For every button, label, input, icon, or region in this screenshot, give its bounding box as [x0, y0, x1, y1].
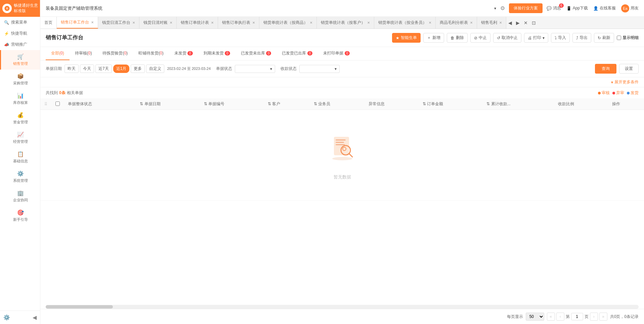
- sidebar-item-guide[interactable]: 🎯 新手引导: [0, 206, 40, 226]
- delete-btn[interactable]: 🗑 删除: [447, 33, 468, 43]
- filter-tab-wangpu[interactable]: 旺铺待发货(0): [133, 47, 169, 60]
- th-date[interactable]: ⇅ 单据日期: [136, 98, 200, 110]
- tab-cash-reconcile[interactable]: 钱货日清对账 ✕: [139, 17, 177, 29]
- tab-gross-margin[interactable]: 商品毛利分析表 ✕: [436, 17, 477, 29]
- sidebar-item-finance[interactable]: 💰 资金管理: [0, 109, 40, 128]
- tab-sales-summary-staff-close[interactable]: ✕: [429, 21, 431, 25]
- expand-conditions-btn[interactable]: ▾ 展开更多条件: [611, 79, 639, 85]
- sidebar-item-system[interactable]: ⚙️ 系统管理: [0, 167, 40, 187]
- filter-tab-pending-review[interactable]: 待审核(0): [70, 47, 97, 60]
- tab-gross-margin-close[interactable]: ✕: [470, 21, 473, 25]
- sidebar-item-purchase[interactable]: 📦 采购管理: [0, 70, 40, 89]
- print-btn[interactable]: 🖨 打印 ▾: [524, 33, 548, 43]
- date-btn-yesterday[interactable]: 昨天: [65, 65, 79, 73]
- filter-tab-shipped-stored[interactable]: 已发货已出库 0: [276, 47, 318, 60]
- th-amount[interactable]: ⇅ 订单金额: [419, 98, 482, 110]
- industry-btn[interactable]: 体验行业方案: [509, 3, 543, 13]
- settings-gear-icon[interactable]: ⚙️: [3, 314, 10, 321]
- sidebar-search[interactable]: 🔍 搜索菜单: [0, 17, 40, 28]
- tab-sales-workbench-close[interactable]: ✕: [91, 21, 94, 24]
- th-customer[interactable]: ⇅ 客户: [264, 98, 310, 110]
- scrollbar-thumb[interactable]: [46, 305, 113, 309]
- cancel-review-action[interactable]: 弃审: [612, 90, 624, 96]
- tab-cash-daily-close[interactable]: ✕: [132, 21, 135, 25]
- query-btn[interactable]: 查询: [595, 64, 616, 74]
- date-btn-1month[interactable]: 近1月: [113, 65, 130, 73]
- tab-close-all[interactable]: ✕: [522, 17, 530, 29]
- filter-tab-all[interactable]: 全部(0): [46, 47, 70, 60]
- system-dropdown[interactable]: ▾: [494, 6, 496, 11]
- topbar-gear-icon[interactable]: ⚙: [500, 5, 505, 11]
- import-btn[interactable]: ⤵ 导入: [551, 33, 570, 43]
- th-collected[interactable]: ⇅ 累计收款...: [482, 98, 554, 110]
- tab-sales-summary-customer[interactable]: 销货单统计表（按客户） ✕: [317, 17, 374, 29]
- collapse-icon[interactable]: ◀: [33, 314, 37, 321]
- tab-next[interactable]: ▶: [514, 17, 522, 29]
- add-btn[interactable]: ＋ 新增: [423, 33, 444, 43]
- sidebar-promo[interactable]: 📣 营销推广: [0, 39, 40, 50]
- sidebar-item-basic[interactable]: 📋 基础信息: [0, 148, 40, 167]
- sidebar-item-corp[interactable]: 🏢 企业协同: [0, 187, 40, 206]
- filter-tab-shipped-not-stored[interactable]: 已发货未出库 0: [235, 47, 277, 60]
- tab-cash-daily[interactable]: 钱货日清工作台 ✕: [98, 17, 139, 29]
- ship-action[interactable]: 发货: [627, 90, 639, 96]
- tab-sales-workbench[interactable]: 销售订单工作台 ✕: [57, 17, 98, 29]
- tab-expand[interactable]: ⊡: [530, 17, 538, 29]
- sidebar-quick-nav[interactable]: ⚡ 快捷导航: [0, 28, 40, 39]
- tab-sales-more-close[interactable]: ✕: [499, 21, 502, 25]
- refresh-btn[interactable]: ↻ 刷新: [594, 33, 614, 43]
- smart-create-btn[interactable]: ★ 智能生单: [392, 33, 421, 43]
- date-btn-custom[interactable]: 自定义: [146, 65, 164, 73]
- page-next-btn[interactable]: ›: [590, 313, 598, 321]
- online-service-btn[interactable]: 👤 在线客服: [593, 5, 616, 11]
- tab-sales-summary-staff[interactable]: 销货单统计表（按业务员） ✕: [374, 17, 436, 29]
- message-btn[interactable]: 💬 消息 6: [547, 5, 561, 11]
- tab-sales-exec[interactable]: 销售订单执行表 ✕: [218, 17, 259, 29]
- pause-btn[interactable]: ⊘ 中止: [470, 33, 490, 43]
- tab-sales-more[interactable]: 销售毛利 ✕: [477, 17, 506, 29]
- tab-cash-reconcile-close[interactable]: ✕: [170, 21, 172, 25]
- page-input[interactable]: [571, 313, 583, 320]
- cancel-pause-btn[interactable]: ↺ 取消中止: [493, 33, 521, 43]
- filter-tab-pending-inspect[interactable]: 待拣货验货(0): [97, 47, 133, 60]
- date-btn-today[interactable]: 今天: [80, 65, 94, 73]
- th-salesperson[interactable]: ⇅ 业务员: [310, 98, 365, 110]
- filter-settings-btn[interactable]: 设置: [619, 64, 639, 74]
- user-menu[interactable]: Ea 用友: [621, 4, 639, 12]
- page-first-btn[interactable]: «: [547, 313, 555, 321]
- sidebar-item-inventory[interactable]: 📊 库存核算: [0, 89, 40, 109]
- page-suffix: 页: [585, 314, 589, 320]
- tab-sales-stat[interactable]: 销售订单统计表 ✕: [177, 17, 218, 29]
- page-last-btn[interactable]: »: [599, 313, 607, 321]
- date-btn-more[interactable]: 更多: [131, 65, 145, 73]
- tab-sales-summary-product-close[interactable]: ✕: [310, 21, 312, 25]
- tab-sales-stat-close[interactable]: ✕: [211, 21, 214, 25]
- tab-home[interactable]: 首页: [40, 17, 57, 29]
- sidebar-item-sales[interactable]: 🛒 销售管理: [0, 50, 40, 70]
- show-detail-checkbox[interactable]: [617, 36, 621, 40]
- tab-sales-summary-product[interactable]: 销货单统计表（按商品） ✕: [259, 17, 317, 29]
- status-select[interactable]: ▾: [235, 65, 275, 73]
- filter-tab-expired-not-shipped[interactable]: 到期未发货 0: [198, 47, 235, 60]
- tab-sales-exec-close[interactable]: ✕: [252, 21, 255, 25]
- table-scroll[interactable]: ⠿ 单据整体状态 ⇅ 单据日期: [40, 98, 644, 305]
- review-action[interactable]: 审核: [598, 90, 610, 96]
- page-prev-btn[interactable]: ‹: [556, 313, 564, 321]
- tab-gross-margin-label: 商品毛利分析表: [440, 20, 468, 26]
- tab-prev[interactable]: ◀: [506, 17, 514, 29]
- filter-tab-not-shipped[interactable]: 未发货 0: [169, 47, 198, 60]
- payment-select[interactable]: ▾: [299, 65, 340, 73]
- th-number[interactable]: ⇅ 单据编号: [200, 98, 264, 110]
- horizontal-scrollbar[interactable]: [46, 305, 639, 309]
- export-btn[interactable]: ⤴ 导出: [572, 33, 591, 43]
- app-download-btn[interactable]: 📱 App下载: [566, 5, 588, 11]
- select-all-checkbox[interactable]: [55, 102, 60, 106]
- sidebar-item-operation[interactable]: 📈 经营管理: [0, 128, 40, 148]
- th-abnormal[interactable]: 异常信息: [364, 98, 419, 110]
- date-btn-7days[interactable]: 近7天: [95, 65, 112, 73]
- th-status[interactable]: 单据整体状态: [64, 98, 136, 110]
- show-detail-label[interactable]: 显示明细: [617, 35, 639, 41]
- per-page-select[interactable]: 50 20 100: [526, 313, 544, 321]
- tab-sales-summary-customer-close[interactable]: ✕: [367, 21, 370, 25]
- filter-tab-not-printed[interactable]: 未打印单据 0: [318, 47, 355, 60]
